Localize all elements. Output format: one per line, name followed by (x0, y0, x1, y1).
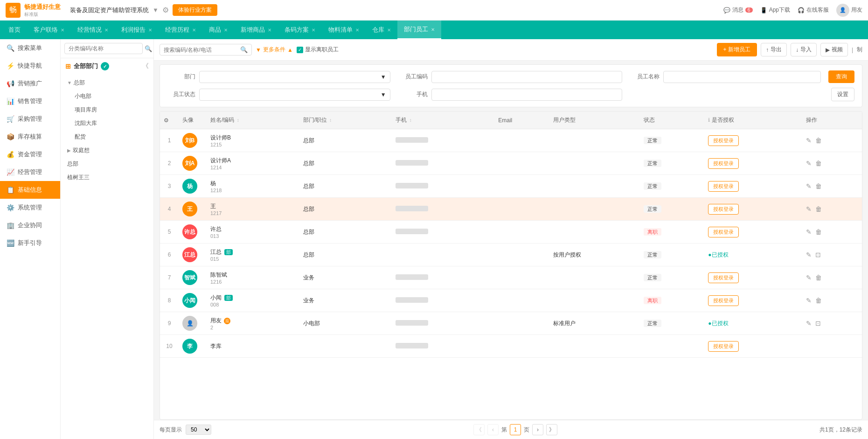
edit-icon[interactable]: ✎ (806, 137, 812, 144)
settings-icon[interactable]: ⚙ (164, 117, 169, 124)
edit-icon[interactable]: ✎ (806, 160, 812, 167)
empcode-input[interactable] (431, 71, 623, 83)
video-button[interactable]: ▶ 视频 (820, 43, 848, 56)
auth-btn[interactable]: 授权登录 (708, 295, 739, 306)
dept-tree-item-zongbu[interactable]: 总部 (61, 157, 153, 171)
dept-tree-item-zhishu[interactable]: 植树王三 (61, 171, 153, 184)
page-size-select[interactable]: 50 20 100 (186, 425, 211, 435)
trial-btn[interactable]: 体验行业方案 (173, 4, 217, 16)
close-icon[interactable]: ✕ (312, 28, 315, 33)
tab-profit[interactable]: 利润报告 ✕ (115, 21, 159, 39)
sidebar-item-purchase[interactable]: 🛒 采购管理 (0, 110, 60, 128)
auth-btn[interactable]: 授权登录 (708, 272, 739, 283)
import-button[interactable]: ↓ 导入 (791, 43, 817, 56)
auth-btn[interactable]: 授权登录 (708, 181, 739, 192)
app-download-btn[interactable]: 📱 App下载 (760, 6, 790, 14)
close-icon[interactable]: ✕ (61, 28, 64, 33)
sidebar-item-operation[interactable]: 📈 经营管理 (0, 163, 60, 181)
edit-icon[interactable]: ✎ (806, 182, 812, 190)
delete-icon[interactable]: 🗑 (815, 137, 822, 144)
edit-icon[interactable]: ✎ (806, 297, 812, 304)
close-icon[interactable]: ✕ (387, 28, 391, 33)
delete-icon[interactable]: 🗑 (815, 182, 822, 190)
collapse-icon[interactable]: 《 (142, 62, 149, 70)
dept-filter-select[interactable]: ▼ (199, 71, 390, 83)
auth-btn[interactable]: 授权登录 (708, 341, 739, 352)
copy-icon[interactable]: ⊡ (815, 320, 821, 327)
dept-tree-item-distribution[interactable]: 配货 (61, 130, 153, 144)
tab-home[interactable]: 首页 (2, 21, 27, 39)
add-employee-button[interactable]: + 新增员工 (717, 43, 757, 56)
more-conditions-btn[interactable]: ▼ 更多条件 ▲ (256, 46, 293, 54)
edit-icon[interactable]: ✎ (806, 320, 812, 327)
dept-search-input[interactable] (64, 43, 143, 54)
query-button[interactable]: 查询 (828, 70, 854, 83)
dept-tree-item-headquarters[interactable]: ▼ 总部 (61, 76, 153, 90)
sidebar-item-quick-nav[interactable]: ⚡ 快捷导航 (0, 57, 60, 75)
tab-dept-employee[interactable]: 部门员工 ✕ (397, 21, 441, 39)
prev-page-btn[interactable]: ‹ (487, 424, 499, 435)
tab-warehouse[interactable]: 仓库 ✕ (366, 21, 397, 39)
first-page-btn[interactable]: 《 (473, 424, 485, 435)
sidebar-item-enterprise[interactable]: 🏢 企业协同 (0, 216, 60, 234)
auth-btn[interactable]: 授权登录 (708, 227, 739, 237)
edit-icon[interactable]: ✎ (806, 251, 812, 258)
sidebar-item-system[interactable]: ⚙️ 系统管理 (0, 199, 60, 216)
close-icon[interactable]: ✕ (148, 28, 152, 33)
empname-input[interactable] (663, 71, 821, 83)
sidebar-item-finance[interactable]: 💰 资金管理 (0, 146, 60, 163)
dept-tree-item-shenyang[interactable]: 沈阳大库 (61, 117, 153, 130)
next-page-btn[interactable]: › (532, 424, 543, 435)
close-icon[interactable]: ✕ (224, 28, 228, 33)
edit-icon[interactable]: ✎ (806, 274, 812, 281)
sidebar-item-guide[interactable]: 🆕 新手引导 (0, 234, 60, 252)
tab-goods[interactable]: 商品 ✕ (202, 21, 234, 39)
close-icon[interactable]: ✕ (192, 28, 196, 33)
chevron-down-icon[interactable]: ▼ (153, 7, 159, 14)
edit-icon[interactable]: ✎ (806, 228, 812, 236)
sidebar-item-marketing[interactable]: 📢 营销推广 (0, 75, 60, 92)
dept-tree-item-project[interactable]: 项目库房 (61, 103, 153, 117)
tab-customer[interactable]: 客户联络 ✕ (27, 21, 71, 39)
dept-search-icon[interactable]: 🔍 (145, 45, 152, 52)
tab-bom[interactable]: 物料清单 ✕ (322, 21, 366, 39)
dept-tree-item-shuanting[interactable]: ▶ 双庭想 (61, 144, 153, 157)
tab-add-goods[interactable]: 新增商品 ✕ (234, 21, 278, 39)
sidebar-item-basic[interactable]: 📋 基础信息 (0, 181, 60, 199)
close-icon[interactable]: ✕ (355, 28, 359, 33)
close-icon[interactable]: ✕ (431, 27, 435, 32)
last-page-btn[interactable]: 》 (546, 424, 557, 435)
dept-tree-item-xiaodian[interactable]: 小电部 (61, 90, 153, 103)
tab-operation[interactable]: 经营情况 ✕ (71, 21, 115, 39)
sidebar-item-inventory[interactable]: 📦 库存核算 (0, 128, 60, 146)
message-btn[interactable]: 💬 消息 6 (723, 6, 753, 14)
print-btn[interactable]: 制 (857, 46, 862, 54)
tab-history[interactable]: 经营历程 ✕ (159, 21, 202, 39)
reset-button[interactable]: 设置 (831, 88, 854, 101)
online-service-btn[interactable]: 🎧 在线客服 (798, 6, 829, 14)
export-button[interactable]: ↑ 导出 (761, 43, 787, 56)
auth-btn[interactable]: 授权登录 (708, 135, 739, 146)
settings-icon[interactable]: ⚙ (162, 6, 169, 14)
show-resigned-toggle[interactable]: ✓ 显示离职员工 (297, 46, 339, 54)
edit-icon[interactable]: ✎ (806, 205, 812, 213)
close-icon[interactable]: ✕ (268, 28, 271, 33)
copy-icon[interactable]: ⊡ (815, 251, 821, 258)
delete-icon[interactable]: 🗑 (815, 160, 822, 167)
delete-icon[interactable]: 🗑 (815, 228, 822, 236)
delete-icon[interactable]: 🗑 (815, 205, 822, 213)
auth-btn[interactable]: 授权登录 (708, 158, 739, 169)
current-page-input[interactable]: 1 (510, 424, 521, 435)
search-icon[interactable]: 🔍 (240, 46, 248, 53)
search-input[interactable] (164, 47, 238, 53)
phone-input[interactable] (431, 89, 623, 101)
empstatus-select[interactable]: ▼ (199, 89, 390, 101)
user-btn[interactable]: 👤 用友 (836, 4, 862, 17)
auth-btn[interactable]: 授权登录 (708, 204, 739, 215)
delete-icon[interactable]: 🗑 (815, 297, 822, 304)
tab-barcode[interactable]: 条码方案 ✕ (278, 21, 322, 39)
sidebar-item-search[interactable]: 🔍 搜索菜单 (0, 39, 60, 57)
sidebar-item-sales[interactable]: 📊 销售管理 (0, 92, 60, 110)
close-icon[interactable]: ✕ (104, 28, 108, 33)
delete-icon[interactable]: 🗑 (815, 274, 822, 281)
